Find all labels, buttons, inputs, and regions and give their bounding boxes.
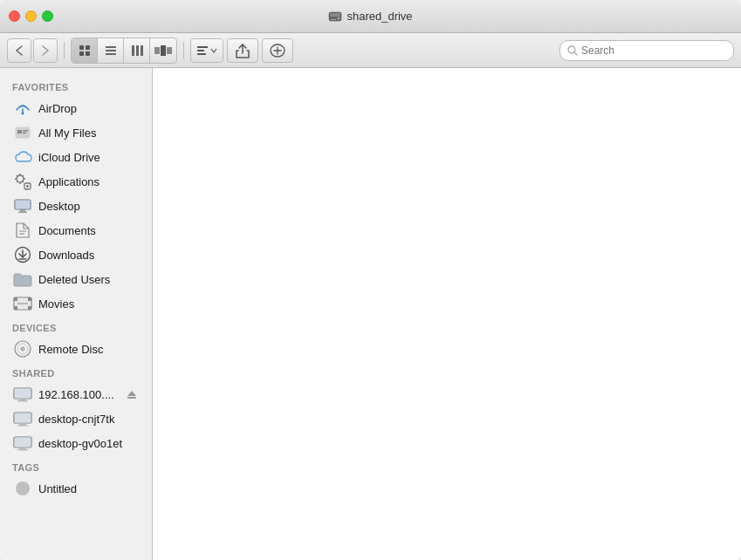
sidebar-item-remote-disc[interactable]: Remote Disc: [3, 337, 148, 361]
svg-rect-19: [197, 53, 206, 55]
sidebar-item-ip-192[interactable]: 192.168.100....: [3, 382, 148, 406]
window-title: shared_drive: [328, 10, 412, 24]
sidebar-item-label: Movies: [38, 297, 74, 311]
list-view-icon: [105, 44, 117, 57]
tags-button[interactable]: [262, 38, 293, 63]
svg-rect-63: [14, 388, 31, 399]
search-bar[interactable]: [559, 40, 734, 61]
svg-rect-14: [154, 47, 160, 54]
svg-rect-13: [141, 45, 143, 56]
list-view-button[interactable]: [98, 38, 124, 63]
sidebar-item-desktop[interactable]: Desktop: [3, 194, 148, 218]
sidebar-item-label: Desktop: [38, 200, 80, 213]
sidebar-item-label: Remote Disc: [38, 343, 103, 356]
sidebar-item-desktop-gv0o1et[interactable]: desktop-gv0o1et: [3, 431, 148, 455]
sidebar-item-label: Untitled: [38, 482, 77, 495]
documents-icon: [14, 222, 31, 239]
svg-rect-44: [20, 209, 25, 212]
maximize-button[interactable]: [42, 10, 53, 22]
sidebar-item-untitled[interactable]: Untitled: [3, 476, 148, 501]
svg-rect-54: [28, 297, 31, 301]
tag-icon: [14, 480, 31, 497]
svg-rect-3: [331, 19, 336, 20]
close-button[interactable]: [9, 10, 20, 22]
sidebar-item-deleted-users[interactable]: Deleted Users: [3, 267, 148, 291]
sidebar-item-all-my-files[interactable]: All My Files: [3, 120, 148, 145]
traffic-lights: [9, 10, 53, 22]
arrange-button[interactable]: [190, 38, 223, 63]
svg-rect-9: [106, 50, 116, 51]
svg-rect-15: [161, 45, 166, 56]
folder-icon: [14, 270, 31, 288]
back-icon: [15, 44, 24, 57]
coverflow-view-button[interactable]: [150, 38, 176, 63]
minimize-button[interactable]: [25, 10, 37, 22]
separator-2: [183, 42, 184, 59]
share-button[interactable]: [227, 38, 258, 63]
sidebar-item-icloud-drive[interactable]: iCloud Drive: [3, 145, 148, 169]
forward-button[interactable]: [33, 38, 58, 63]
icloud-icon: [14, 148, 31, 166]
sidebar-item-airdrop[interactable]: AirDrop: [3, 96, 148, 120]
svg-rect-45: [18, 212, 27, 214]
view-buttons: [71, 38, 177, 64]
sidebar-item-movies[interactable]: Movies: [3, 291, 148, 316]
svg-line-24: [574, 52, 577, 55]
svg-point-25: [22, 113, 24, 115]
svg-rect-1: [330, 13, 340, 17]
nav-buttons: [7, 38, 58, 63]
svg-rect-55: [14, 306, 17, 310]
separator-1: [64, 42, 65, 59]
sidebar-item-label: Documents: [38, 224, 96, 237]
svg-rect-43: [15, 200, 31, 209]
svg-rect-6: [79, 51, 84, 56]
main-area: Favorites AirDrop: [0, 68, 741, 560]
svg-rect-18: [197, 50, 204, 51]
computer-icon: [14, 410, 31, 427]
svg-rect-28: [23, 130, 28, 132]
sidebar-item-desktop-cnjt7tk[interactable]: desktop-cnjt7tk: [3, 406, 148, 431]
arrange-dropdown-icon: [210, 48, 217, 53]
svg-rect-17: [197, 46, 208, 48]
search-input[interactable]: [581, 44, 726, 57]
svg-rect-64: [19, 399, 26, 400]
sidebar-item-documents[interactable]: Documents: [3, 218, 148, 242]
svg-rect-29: [23, 133, 26, 134]
svg-rect-8: [106, 46, 116, 48]
sidebar-item-label: Deleted Users: [38, 273, 110, 286]
svg-rect-4: [79, 45, 84, 50]
share-icon: [236, 43, 250, 58]
sidebar-item-applications[interactable]: Applications: [3, 169, 148, 194]
devices-section-label: Devices: [0, 316, 152, 337]
eject-icon: [126, 388, 138, 400]
titlebar: shared_drive: [0, 0, 741, 33]
movies-icon: [14, 295, 31, 312]
disc-icon: [14, 340, 31, 358]
sidebar-item-downloads[interactable]: Downloads: [3, 242, 148, 267]
svg-rect-70: [17, 425, 28, 427]
sidebar-item-label: All My Files: [38, 126, 96, 140]
sidebar-item-label: Downloads: [38, 249, 94, 262]
svg-rect-56: [28, 306, 31, 310]
svg-line-38: [23, 181, 24, 183]
svg-line-35: [17, 175, 18, 177]
sidebar: Favorites AirDrop: [0, 68, 153, 560]
forward-icon: [41, 44, 50, 57]
search-icon: [567, 45, 578, 56]
applications-icon: [14, 173, 31, 190]
svg-rect-69: [19, 423, 26, 425]
back-button[interactable]: [7, 38, 31, 63]
sidebar-item-label: desktop-cnjt7tk: [38, 413, 114, 426]
coverflow-icon: [154, 44, 173, 57]
svg-rect-10: [106, 53, 116, 55]
icon-view-button[interactable]: [72, 38, 98, 63]
column-view-icon: [131, 44, 143, 57]
svg-rect-12: [136, 45, 139, 56]
svg-rect-11: [132, 45, 134, 56]
column-view-button[interactable]: [124, 38, 150, 63]
toolbar: [0, 33, 741, 68]
icon-view-icon: [79, 44, 91, 57]
shared-section-label: Shared: [0, 361, 152, 382]
sidebar-item-label: iCloud Drive: [38, 151, 100, 164]
svg-line-36: [23, 175, 24, 177]
